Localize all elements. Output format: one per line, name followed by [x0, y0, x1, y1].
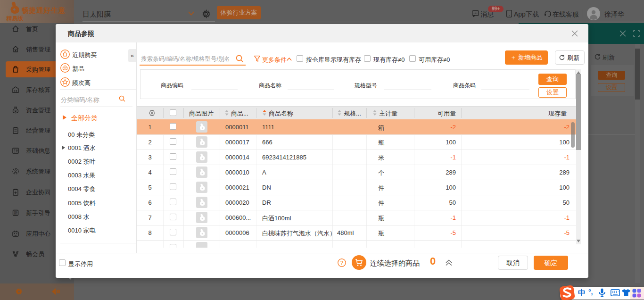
- svg-text:新: 新: [14, 211, 17, 215]
- svg-text:?: ?: [340, 260, 343, 266]
